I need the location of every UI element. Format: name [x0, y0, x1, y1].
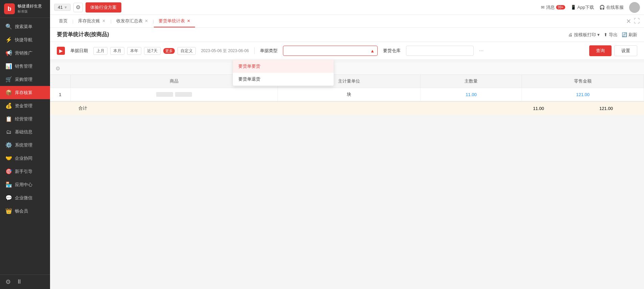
sidebar-label-purchase: 采购管理: [15, 76, 32, 83]
cell-row-num: 1: [50, 88, 70, 101]
sidebar-item-member[interactable]: 👑 畅会员: [0, 204, 50, 218]
cell-amount: 121.00: [522, 88, 644, 101]
date-this-month-btn[interactable]: 本月: [110, 47, 124, 55]
sidebar-item-sales[interactable]: 📊 销售管理: [0, 60, 50, 73]
appstore-icon: 🏪: [5, 181, 12, 188]
page-actions: 🖨 按模板打印 ▾ ⬆ 导出 🔄 刷新: [568, 32, 637, 38]
app-sub: 标准版: [18, 9, 42, 14]
gear-button[interactable]: ⚙: [73, 3, 83, 12]
sidebar-label-shortcut: 快捷导航: [15, 37, 32, 43]
sidebar-item-basic[interactable]: 🗂 基础信息: [0, 126, 50, 138]
dropdown-item-label: 要货单退货: [238, 76, 260, 82]
sidebar-item-appstore[interactable]: 🏪 应用中心: [0, 178, 50, 191]
date-filter-label: 单据日期: [70, 48, 88, 54]
settings-bottom-icon[interactable]: ⚙: [5, 278, 11, 286]
sidebar: b 畅捷通好生意 标准版 🔍 搜索菜单 ⚡ 快捷导航 📢 营销推广 📊 销售管理…: [0, 0, 50, 289]
date-7days-btn[interactable]: 近7天: [144, 47, 161, 55]
date-last-month-btn[interactable]: 上月: [93, 47, 108, 55]
warehouse-filter-input[interactable]: [406, 46, 474, 56]
sidebar-label-member: 畅会员: [15, 208, 28, 214]
trial-industry-button[interactable]: 体验行业方案: [86, 2, 121, 13]
enterprise-icon: 🤝: [5, 155, 12, 161]
messages-badge: 99+: [556, 5, 565, 9]
tab-close-all-icon[interactable]: ✕: [626, 18, 631, 25]
sidebar-item-wechat[interactable]: 💬 企业微信: [0, 191, 50, 204]
dropdown-item-requisition-order[interactable]: 要货单要货: [233, 60, 334, 73]
sidebar-label-appstore: 应用中心: [15, 182, 32, 188]
expand-filter-button[interactable]: ▶: [57, 47, 65, 55]
member-icon: 👑: [5, 208, 12, 214]
marketing-icon: 📢: [5, 50, 12, 56]
refresh-icon: 🔄: [622, 32, 627, 37]
toggle-bottom-icon[interactable]: ⏸: [16, 278, 22, 286]
table-header-row: 商品 主计量单位 主数量 零售金额: [50, 75, 644, 88]
tab-requisition-close[interactable]: ✕: [187, 19, 190, 23]
messages-action[interactable]: ✉ 消息 99+: [541, 4, 565, 10]
tab-summary[interactable]: 收发存汇总表 ✕: [112, 15, 153, 27]
phone-icon: 📱: [571, 5, 576, 10]
sidebar-label-basic: 基础信息: [15, 129, 32, 135]
tab-requisition[interactable]: 要货单统计表 ✕: [154, 15, 195, 27]
tab-summary-close[interactable]: ✕: [145, 19, 148, 23]
sidebar-item-inventory[interactable]: 📦 库存核算: [0, 86, 50, 99]
date-custom-btn[interactable]: 自定义: [177, 47, 196, 55]
col-amount: 零售金额: [522, 75, 644, 88]
messages-label: 消息: [546, 4, 555, 10]
online-service-action[interactable]: 🎧 在线客服: [599, 4, 624, 10]
print-arrow-icon: ▾: [597, 32, 600, 37]
guide-icon: 🎯: [5, 168, 12, 175]
tab-batch[interactable]: 库存批次账 ✕: [73, 15, 110, 27]
footer-quantity: 11.00: [505, 106, 572, 111]
col-quantity: 主数量: [421, 75, 522, 88]
export-action[interactable]: ⬆ 导出: [604, 32, 618, 38]
sidebar-item-purchase[interactable]: 🛒 采购管理: [0, 73, 50, 86]
tab-bar: 首页 | 库存批次账 ✕ | 收发存汇总表 ✕ | 要货单统计表 ✕ ✕ ⛶: [50, 15, 644, 28]
page-title: 要货单统计表(按商品): [57, 31, 109, 38]
sidebar-item-shortcut[interactable]: ⚡ 快捷导航: [0, 33, 50, 46]
set-button[interactable]: 设置: [614, 45, 637, 56]
app-logo: b 畅捷通好生意 标准版: [0, 0, 50, 18]
app-download-action[interactable]: 📱 App下载: [571, 4, 594, 10]
tab-expand-icon[interactable]: ⛶: [634, 18, 640, 25]
sidebar-item-guide[interactable]: 🎯 新手引导: [0, 165, 50, 178]
dropdown-arrow-icon: ▾: [65, 5, 67, 10]
topbar: 41 ▾ ⚙ 体验行业方案 ✉ 消息 99+ 📱 App下载 🎧 在线客服: [50, 0, 644, 15]
date-this-year-btn[interactable]: 本年: [127, 47, 141, 55]
system-icon: ⚙️: [5, 142, 12, 148]
inventory-icon: 📦: [5, 89, 12, 96]
tab-requisition-label: 要货单统计表: [159, 18, 185, 24]
sidebar-item-operation[interactable]: 📋 经营管理: [0, 112, 50, 126]
sidebar-item-enterprise[interactable]: 🤝 企业协同: [0, 152, 50, 165]
sidebar-item-marketing[interactable]: 📢 营销推广: [0, 46, 50, 60]
tab-batch-close[interactable]: ✕: [102, 19, 105, 23]
sidebar-label-inventory: 库存核算: [15, 90, 32, 96]
online-service-label: 在线客服: [606, 4, 624, 10]
sidebar-label-finance: 资金管理: [15, 103, 32, 109]
page-header: 要货单统计表(按商品) 🖨 按模板打印 ▾ ⬆ 导出 🔄 刷新: [50, 28, 644, 42]
filter-more-dots-icon[interactable]: ···: [479, 48, 483, 54]
sidebar-item-system[interactable]: ⚙️ 系统管理: [0, 138, 50, 152]
table-settings-icon[interactable]: ⚙: [55, 65, 60, 72]
print-icon: 🖨: [568, 32, 573, 37]
wechat-icon: 💬: [5, 195, 12, 201]
dropdown-item-requisition-return[interactable]: 要货单退货: [233, 73, 334, 86]
topbar-right: ✉ 消息 99+ 📱 App下载 🎧 在线客服: [541, 2, 640, 13]
type-filter-select[interactable]: ▲: [283, 46, 378, 56]
print-action[interactable]: 🖨 按模板打印 ▾: [568, 32, 600, 38]
sidebar-bottom: ⚙ ⏸: [0, 274, 50, 289]
date-more-badge[interactable]: 更多: [163, 48, 175, 54]
table-row: 1 块 11.00 121.00: [50, 88, 644, 101]
query-button[interactable]: 查询: [589, 45, 612, 56]
date-range-display: 2023-05-06 至 2023-06-06: [201, 48, 249, 54]
app-download-label: App下载: [577, 4, 594, 10]
message-icon: ✉: [541, 5, 545, 10]
tab-home[interactable]: 首页: [54, 15, 72, 27]
sidebar-item-finance[interactable]: 💰 资金管理: [0, 99, 50, 112]
warehouse-filter-label: 要货仓库: [383, 48, 401, 54]
avatar[interactable]: [629, 2, 640, 13]
sidebar-label-search: 搜索菜单: [15, 24, 32, 30]
refresh-action[interactable]: 🔄 刷新: [622, 32, 637, 38]
cell-quantity: 11.00: [421, 88, 522, 101]
breadcrumb-num[interactable]: 41 ▾: [54, 4, 71, 11]
sidebar-item-search[interactable]: 🔍 搜索菜单: [0, 20, 50, 33]
